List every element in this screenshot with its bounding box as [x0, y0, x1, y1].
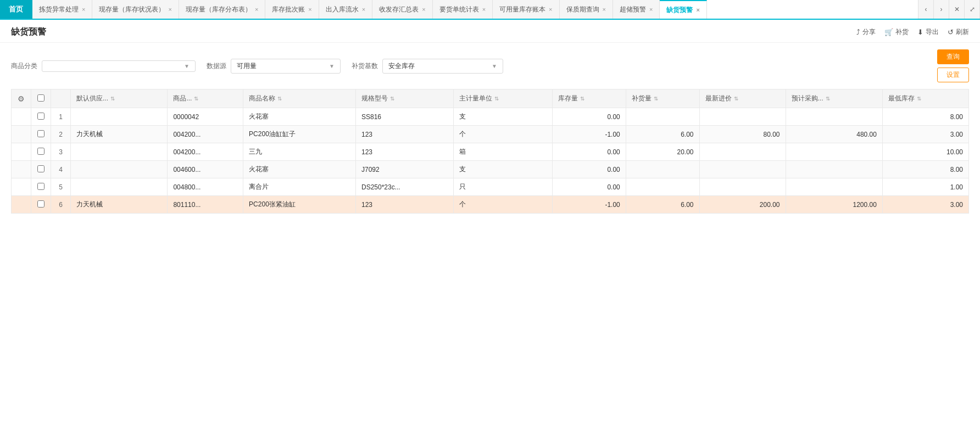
replenish-base-select[interactable]: 安全库存 ▼: [382, 59, 503, 74]
td-checkbox[interactable]: [31, 108, 51, 126]
close-icon[interactable]: ×: [362, 6, 365, 13]
td-spec: 123: [355, 143, 453, 161]
tab-inout-flow[interactable]: 出入库流水 ×: [319, 0, 372, 19]
td-spec: 123: [355, 126, 453, 143]
tab-home[interactable]: 首页: [0, 0, 32, 19]
tab-scroll-left-button[interactable]: ‹: [918, 0, 934, 19]
close-icon[interactable]: ×: [696, 7, 699, 13]
select-all-checkbox[interactable]: [37, 94, 44, 102]
th-unit[interactable]: 主计量单位 ⇅: [453, 89, 552, 108]
tab-batch-account[interactable]: 库存批次账 ×: [265, 0, 319, 19]
th-replenish-label: 补货量: [632, 94, 652, 103]
close-icon[interactable]: ×: [649, 6, 653, 13]
th-product-name[interactable]: 商品名称 ⇅: [243, 89, 356, 108]
refresh-button[interactable]: ↺ 刷新: [948, 27, 969, 37]
sort-icon: ⇅: [110, 96, 115, 102]
th-supplier[interactable]: 默认供应... ⇅: [71, 89, 168, 108]
td-estimated-purchase: [786, 143, 882, 161]
tab-close-all-button[interactable]: ✕: [949, 0, 965, 19]
td-checkbox[interactable]: [31, 196, 51, 214]
td-settings: [12, 108, 31, 126]
td-checkbox[interactable]: [31, 161, 51, 178]
tab-inventory-dist[interactable]: 现存量（库存分布表） ×: [179, 0, 265, 19]
td-row-num: 2: [51, 126, 71, 143]
td-latest-price: 80.00: [699, 126, 786, 143]
row-checkbox[interactable]: [37, 148, 44, 155]
close-icon[interactable]: ×: [255, 6, 258, 13]
tab-inventory-status[interactable]: 现存量（库存状况表） ×: [92, 0, 179, 19]
th-spec[interactable]: 规格型号 ⇅: [355, 89, 453, 108]
tab-inout-flow-label: 出入库流水: [326, 5, 359, 14]
tab-available-ledger[interactable]: 可用量库存账本 ×: [493, 0, 559, 19]
td-row-num: 6: [51, 196, 71, 214]
th-min-stock[interactable]: 最低库存 ⇅: [882, 89, 968, 108]
query-button[interactable]: 查询: [937, 49, 969, 64]
td-estimated-purchase: [786, 178, 882, 196]
export-button[interactable]: ⬇ 导出: [917, 27, 939, 37]
close-icon[interactable]: ×: [603, 6, 606, 13]
close-icon[interactable]: ×: [549, 6, 552, 13]
td-row-num: 4: [51, 161, 71, 178]
tab-shortage[interactable]: 缺货预警 ×: [660, 0, 706, 19]
th-latest-price-label: 最新进价: [705, 94, 732, 103]
td-checkbox[interactable]: [31, 126, 51, 143]
td-min-stock: 3.00: [882, 126, 968, 143]
th-replenish[interactable]: 补货量 ⇅: [626, 89, 699, 108]
settings-button[interactable]: 设置: [937, 68, 969, 82]
td-settings: [12, 196, 31, 214]
th-checkbox[interactable]: [31, 89, 51, 108]
tab-expiry-query[interactable]: 保质期查询 ×: [560, 0, 613, 19]
share-button[interactable]: ⤴ 分享: [856, 27, 876, 37]
td-product-name: 火花塞: [243, 161, 356, 178]
tab-exception[interactable]: 拣货异常处理 ×: [32, 0, 92, 19]
close-icon[interactable]: ×: [82, 6, 85, 13]
page-title: 缺货预警: [11, 26, 46, 38]
table-header-row: ⚙ 默认供应... ⇅ 商品...: [12, 89, 969, 108]
close-icon[interactable]: ×: [168, 6, 171, 13]
header-actions: ⤴ 分享 🛒 补货 ⬇ 导出 ↺ 刷新: [856, 27, 969, 37]
datasource-label: 数据源: [207, 61, 226, 71]
th-min-stock-label: 最低库存: [888, 94, 915, 103]
tab-scroll-right-button[interactable]: ›: [934, 0, 949, 19]
td-product-code: 004600...: [168, 161, 243, 178]
td-settings: [12, 143, 31, 161]
row-checkbox[interactable]: [37, 183, 44, 190]
row-checkbox[interactable]: [37, 200, 44, 208]
row-checkbox[interactable]: [37, 130, 44, 137]
tab-home-label: 首页: [9, 4, 23, 14]
th-stock[interactable]: 库存量 ⇅: [553, 89, 626, 108]
replenish-base-select-value: 安全库存: [388, 61, 415, 71]
td-replenish: 6.00: [626, 196, 699, 214]
replenish-button[interactable]: 🛒 补货: [884, 27, 909, 37]
sort-icon: ⇅: [194, 96, 198, 102]
category-select[interactable]: ▼: [42, 60, 196, 72]
td-checkbox[interactable]: [31, 178, 51, 196]
tab-collect-account[interactable]: 收发存汇总表 ×: [372, 0, 432, 19]
th-spec-label: 规格型号: [361, 94, 388, 103]
td-product-code: 004200...: [168, 126, 243, 143]
replenish-base-label: 补货基数: [352, 61, 378, 71]
th-latest-price[interactable]: 最新进价 ⇅: [699, 89, 786, 108]
settings-icon[interactable]: ⚙: [18, 94, 25, 103]
td-settings: [12, 126, 31, 143]
datasource-select[interactable]: 可用量 ▼: [231, 59, 341, 74]
tab-maximize-button[interactable]: ⤢: [965, 0, 980, 19]
row-checkbox[interactable]: [37, 113, 44, 120]
th-estimated-purchase[interactable]: 预计采购... ⇅: [786, 89, 882, 108]
tab-inventory-dist-label: 现存量（库存分布表）: [186, 5, 252, 14]
table-row: 5 004800... 离合片 DS250*23c... 只 0.00 1.00: [12, 178, 969, 196]
close-icon[interactable]: ×: [422, 6, 425, 13]
td-replenish: [626, 161, 699, 178]
data-table: ⚙ 默认供应... ⇅ 商品...: [11, 89, 969, 214]
close-icon[interactable]: ×: [482, 6, 486, 13]
th-settings[interactable]: ⚙: [12, 89, 31, 108]
tab-order-stats[interactable]: 要货单统计表 ×: [433, 0, 493, 19]
th-row-num: [51, 89, 71, 108]
row-checkbox[interactable]: [37, 165, 44, 172]
td-estimated-purchase: [786, 161, 882, 178]
close-icon[interactable]: ×: [308, 6, 311, 13]
tab-overstock[interactable]: 超储预警 ×: [613, 0, 660, 19]
td-checkbox[interactable]: [31, 143, 51, 161]
td-estimated-purchase: [786, 108, 882, 126]
th-product-code[interactable]: 商品... ⇅: [168, 89, 243, 108]
